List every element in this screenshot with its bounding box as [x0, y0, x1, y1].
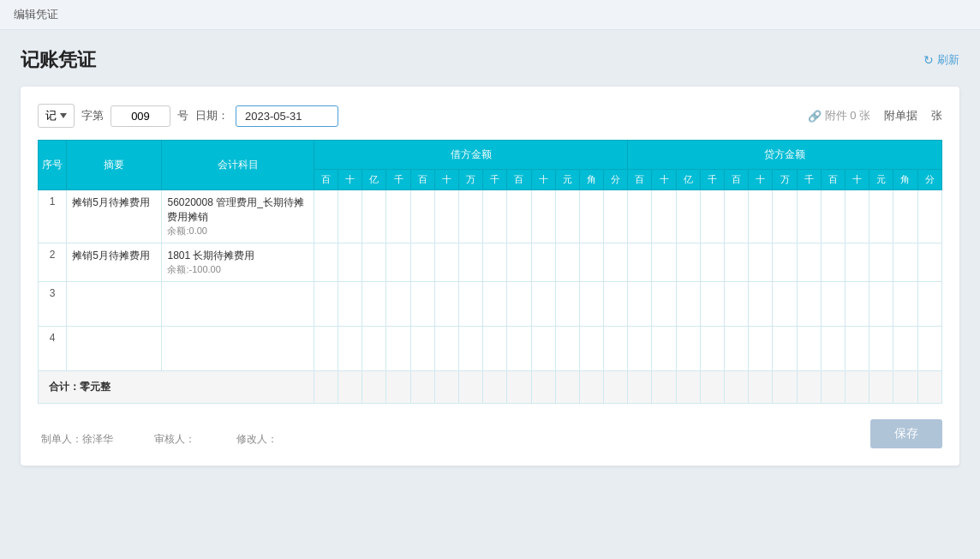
credit-cell-r1-c9[interactable] [821, 190, 845, 243]
credit-cell-r4-c8[interactable] [797, 327, 821, 371]
credit-cell-r3-c7[interactable] [773, 282, 797, 327]
debit-cell-r3-c13[interactable] [604, 282, 628, 327]
credit-cell-r3-c6[interactable] [749, 282, 773, 327]
credit-cell-r1-c2[interactable] [652, 190, 676, 243]
debit-cell-r2-c13[interactable] [604, 243, 628, 282]
debit-cell-r3-c11[interactable] [555, 282, 579, 327]
debit-cell-r3-c9[interactable] [507, 282, 531, 327]
debit-cell-r4-c13[interactable] [604, 327, 628, 371]
debit-cell-r1-c7[interactable] [458, 190, 482, 243]
debit-cell-r2-c12[interactable] [579, 243, 603, 282]
debit-cell-r4-c2[interactable] [338, 327, 362, 371]
credit-cell-r2-c10[interactable] [845, 243, 869, 282]
debit-cell-r2-c3[interactable] [362, 243, 386, 282]
debit-cell-r1-c8[interactable] [483, 190, 507, 243]
debit-cell-r4-c7[interactable] [458, 327, 482, 371]
debit-cell-r1-c4[interactable] [386, 190, 410, 243]
credit-cell-r4-c3[interactable] [676, 327, 700, 371]
credit-cell-r3-c13[interactable] [917, 282, 941, 327]
debit-cell-r1-c10[interactable] [531, 190, 555, 243]
debit-cell-r2-c7[interactable] [458, 243, 482, 282]
credit-cell-r2-c1[interactable] [628, 243, 652, 282]
credit-cell-r3-c1[interactable] [628, 282, 652, 327]
row-summary-1[interactable]: 摊销5月待摊费用 [67, 190, 162, 243]
save-button[interactable]: 保存 [870, 419, 942, 448]
credit-cell-r4-c1[interactable] [628, 327, 652, 371]
credit-cell-r1-c4[interactable] [700, 190, 724, 243]
debit-cell-r4-c3[interactable] [362, 327, 386, 371]
voucher-type-button[interactable]: 记 [38, 104, 75, 128]
credit-cell-r2-c12[interactable] [893, 243, 917, 282]
credit-cell-r2-c8[interactable] [797, 243, 821, 282]
credit-cell-r3-c8[interactable] [797, 282, 821, 327]
debit-cell-r3-c5[interactable] [410, 282, 434, 327]
credit-cell-r1-c7[interactable] [773, 190, 797, 243]
debit-cell-r2-c1[interactable] [314, 243, 338, 282]
refresh-button[interactable]: ↻ 刷新 [923, 52, 959, 68]
debit-cell-r1-c11[interactable] [555, 190, 579, 243]
debit-cell-r2-c10[interactable] [531, 243, 555, 282]
row-account-2[interactable]: 1801 长期待摊费用余额:-100.00 [162, 243, 314, 282]
credit-cell-r1-c6[interactable] [749, 190, 773, 243]
credit-cell-r1-c13[interactable] [917, 190, 941, 243]
row-summary-3[interactable] [67, 282, 162, 327]
credit-cell-r4-c9[interactable] [821, 327, 845, 371]
credit-cell-r3-c4[interactable] [700, 282, 724, 327]
debit-cell-r1-c3[interactable] [362, 190, 386, 243]
debit-cell-r4-c10[interactable] [531, 327, 555, 371]
debit-cell-r2-c8[interactable] [483, 243, 507, 282]
debit-cell-r2-c11[interactable] [555, 243, 579, 282]
credit-cell-r2-c5[interactable] [725, 243, 749, 282]
credit-cell-r1-c12[interactable] [893, 190, 917, 243]
row-summary-2[interactable]: 摊销5月待摊费用 [67, 243, 162, 282]
debit-cell-r1-c12[interactable] [579, 190, 603, 243]
debit-cell-r1-c6[interactable] [434, 190, 458, 243]
debit-cell-r2-c5[interactable] [410, 243, 434, 282]
credit-cell-r1-c8[interactable] [797, 190, 821, 243]
credit-cell-r1-c3[interactable] [676, 190, 700, 243]
debit-cell-r1-c5[interactable] [410, 190, 434, 243]
credit-cell-r4-c11[interactable] [869, 327, 893, 371]
debit-cell-r2-c6[interactable] [434, 243, 458, 282]
debit-cell-r3-c10[interactable] [531, 282, 555, 327]
credit-cell-r4-c13[interactable] [917, 327, 941, 371]
credit-cell-r3-c12[interactable] [893, 282, 917, 327]
date-input[interactable] [236, 105, 338, 127]
attach-link[interactable]: 🔗 附件 0 张 [808, 108, 870, 123]
debit-cell-r2-c9[interactable] [507, 243, 531, 282]
debit-cell-r1-c2[interactable] [338, 190, 362, 243]
debit-cell-r3-c3[interactable] [362, 282, 386, 327]
credit-cell-r4-c12[interactable] [893, 327, 917, 371]
debit-cell-r3-c4[interactable] [386, 282, 410, 327]
credit-cell-r1-c11[interactable] [869, 190, 893, 243]
debit-cell-r4-c11[interactable] [555, 327, 579, 371]
credit-cell-r3-c2[interactable] [652, 282, 676, 327]
credit-cell-r4-c2[interactable] [652, 327, 676, 371]
credit-cell-r2-c4[interactable] [700, 243, 724, 282]
row-account-3[interactable] [162, 282, 314, 327]
credit-cell-r2-c7[interactable] [773, 243, 797, 282]
credit-cell-r4-c4[interactable] [700, 327, 724, 371]
credit-cell-r2-c9[interactable] [821, 243, 845, 282]
debit-cell-r4-c8[interactable] [483, 327, 507, 371]
credit-cell-r4-c6[interactable] [749, 327, 773, 371]
credit-cell-r1-c5[interactable] [725, 190, 749, 243]
attach-bill-button[interactable]: 附单据 [884, 108, 917, 123]
debit-cell-r3-c6[interactable] [434, 282, 458, 327]
credit-cell-r2-c11[interactable] [869, 243, 893, 282]
debit-cell-r1-c1[interactable] [314, 190, 338, 243]
credit-cell-r1-c1[interactable] [628, 190, 652, 243]
credit-cell-r4-c7[interactable] [773, 327, 797, 371]
debit-cell-r3-c7[interactable] [458, 282, 482, 327]
debit-cell-r4-c4[interactable] [386, 327, 410, 371]
debit-cell-r2-c2[interactable] [338, 243, 362, 282]
debit-cell-r3-c12[interactable] [579, 282, 603, 327]
credit-cell-r2-c13[interactable] [917, 243, 941, 282]
voucher-number-input[interactable] [111, 105, 170, 127]
credit-cell-r3-c10[interactable] [845, 282, 869, 327]
debit-cell-r4-c1[interactable] [314, 327, 338, 371]
debit-cell-r4-c12[interactable] [579, 327, 603, 371]
row-summary-4[interactable] [67, 327, 162, 371]
debit-cell-r4-c5[interactable] [410, 327, 434, 371]
credit-cell-r4-c5[interactable] [725, 327, 749, 371]
